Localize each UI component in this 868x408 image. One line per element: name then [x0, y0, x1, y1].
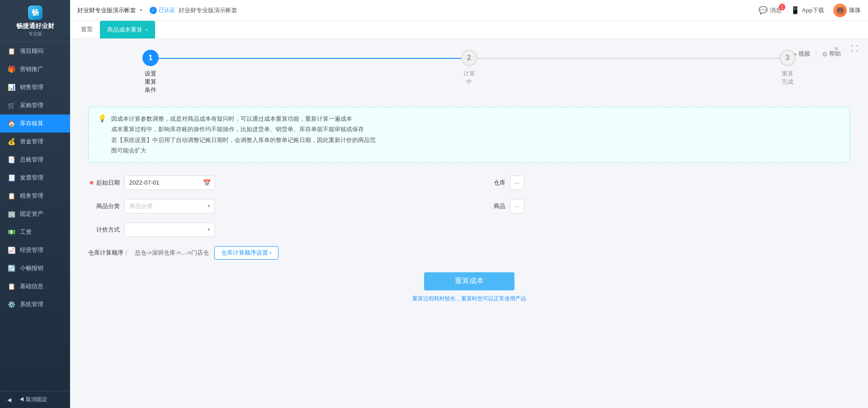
step-connector-2: [477, 58, 780, 59]
sidebar-item-purchase[interactable]: 🛒 采购管理: [0, 96, 70, 114]
marketing-icon: 🎁: [7, 65, 15, 73]
sidebar-item-label: 营销推广: [20, 65, 43, 73]
verified-badge: ✓ 已认证: [150, 6, 175, 14]
verified-label: 已认证: [159, 6, 175, 14]
sidebar-item-invoice[interactable]: 🧾 发票管理: [0, 169, 70, 187]
account-full-name: 好业财专业版演示帐套: [179, 6, 237, 14]
pricing-select-wrapper: ▾: [124, 223, 215, 237]
tab-recalc[interactable]: 商品成本重算 ×: [100, 21, 155, 38]
step-3-circle: 3: [779, 50, 796, 66]
sidebar-logo: 畅 畅捷通好业财 专业版: [0, 0, 70, 42]
sidebar-item-label: 总账管理: [20, 156, 43, 164]
info-text: 因成本计算参数调整，或是对商品成本有疑问时，可以通过成本重算功能，重新计算一遍成…: [111, 114, 376, 156]
sidebar-item-assets[interactable]: 🏢 固定资产: [0, 205, 70, 223]
sidebar-item-label: 小畅报销: [20, 264, 43, 272]
user-profile[interactable]: 🐻 珠珠: [833, 4, 861, 17]
product-select-button[interactable]: ···: [510, 199, 524, 213]
step-1-label: 设置重算条件: [142, 70, 159, 94]
warehouse-order-btn-label: 仓库计算顺序设置 ›: [221, 249, 272, 257]
form: ★ 起始日期 2022-07-01 📅 仓库 ···: [88, 176, 850, 260]
recalc-button[interactable]: 重算成本: [424, 272, 514, 290]
step-1: 1 设置重算条件: [142, 50, 159, 94]
sidebar-item-label: 资金管理: [20, 138, 43, 146]
sidebar-item-label: 采购管理: [20, 101, 43, 109]
date-value: 2022-07-01: [129, 179, 160, 186]
unpin-icon: ◀: [7, 397, 15, 403]
sidebar-item-marketing[interactable]: 🎁 营销推广: [0, 60, 70, 78]
step-2: 2 计算中: [461, 50, 477, 86]
recalc-tip: 重算过程耗时较长，重算时您可以正常使用产品: [412, 295, 526, 303]
warehouse-order-settings-button[interactable]: 仓库计算顺序设置 ›: [214, 246, 278, 260]
form-group-pricing: 计价方式 ▾: [88, 223, 850, 237]
calendar-icon[interactable]: 📅: [203, 179, 211, 186]
assets-icon: 🏢: [7, 210, 15, 218]
tab-bar: 首页 商品成本重算 ×: [70, 21, 868, 39]
sidebar-item-project[interactable]: 📋 项目顾问: [0, 42, 70, 60]
form-row-1: ★ 起始日期 2022-07-01 📅 仓库 ···: [88, 176, 850, 190]
sidebar-item-label: 库存核算: [20, 119, 43, 128]
sidebar-item-basic[interactable]: 📋 基础信息: [0, 277, 70, 295]
sidebar-item-label: 系统管理: [20, 300, 43, 308]
tab-home[interactable]: 首页: [74, 21, 100, 38]
chevron-down-icon: ▾: [140, 7, 142, 13]
required-star: ★: [89, 179, 96, 186]
sidebar-item-sales[interactable]: 📊 销售管理: [0, 78, 70, 96]
tax-icon: 📋: [7, 192, 15, 200]
logo-subtitle: 专业版: [28, 31, 42, 37]
app-download-button[interactable]: 📱 App下载: [791, 6, 824, 14]
logo-icon: 畅: [28, 5, 42, 20]
step-1-circle: 1: [142, 50, 159, 66]
info-line-2: 成本重算过程中，影响库存账的操作均不能操作，比如进货单、销货单、库存单据不能审核…: [111, 124, 376, 134]
sidebar-item-inventory[interactable]: 🏠 库存核算: [0, 114, 70, 133]
accounting-icon: 📑: [7, 156, 15, 164]
info-line-1: 因成本计算参数调整，或是对商品成本有疑问时，可以通过成本重算功能，重新计算一遍成…: [111, 114, 376, 124]
main-area: 好业财专业版演示帐套 ▾ ✓ 已认证 好业财专业版演示帐套 💬 消息 1 📱 A…: [70, 0, 868, 408]
sidebar-item-salary[interactable]: 💵 工资: [0, 223, 70, 241]
sidebar-item-expense[interactable]: 🔄 小畅报销: [0, 259, 70, 277]
sidebar-item-label: 工资: [20, 228, 32, 236]
sidebar: 畅 畅捷通好业财 专业版 📋 项目顾问 🎁 营销推广 📊 销售管理 🛒 采购管理…: [0, 0, 70, 408]
logo-title: 畅捷通好业财: [16, 22, 54, 31]
warehouse-order-prefix: 仓库计算顺序：: [88, 249, 129, 257]
category-select-wrapper: 商品分类 ▾: [124, 199, 215, 213]
sidebar-item-accounting[interactable]: 📑 总账管理: [0, 151, 70, 169]
form-group-category: 商品分类 商品分类 ▾: [88, 199, 451, 213]
salary-icon: 💵: [7, 228, 15, 236]
expand-button[interactable]: ⛶: [848, 43, 861, 55]
sidebar-item-label: 固定资产: [20, 210, 43, 218]
warehouse-order-value: 总仓->深圳仓库->...->门店仓: [135, 249, 209, 257]
category-label: 商品分类: [88, 202, 120, 210]
step-connector-1: [159, 58, 461, 59]
warehouse-select-button[interactable]: ···: [510, 176, 524, 190]
form-group-product: 商品 ···: [487, 199, 850, 213]
operation-icon: 📈: [7, 246, 15, 254]
pricing-select[interactable]: [124, 223, 215, 237]
sidebar-item-tax[interactable]: 📋 税务管理: [0, 187, 70, 205]
sidebar-item-system[interactable]: ⚙️ 系统管理: [0, 295, 70, 313]
inventory-icon: 🏠: [7, 119, 15, 128]
step-2-label: 计算中: [461, 70, 477, 86]
sidebar-item-label: 税务管理: [20, 192, 43, 200]
basic-icon: 📋: [7, 282, 15, 290]
sidebar-item-operation[interactable]: 📈 经营管理: [0, 241, 70, 259]
account-selector[interactable]: 好业财专业版演示帐套 ▾: [77, 6, 142, 14]
message-badge: 1: [779, 4, 785, 10]
tab-home-label: 首页: [81, 25, 93, 33]
project-icon: 📋: [7, 47, 15, 55]
unpin-label: ◀ 取消固定: [19, 396, 47, 403]
tab-close-icon[interactable]: ×: [145, 27, 148, 33]
info-line-3: 若【系统设置】中启用了自动调整记账日期时，会调整入库单的整单记账日期，因此重新计…: [111, 135, 376, 145]
header: 好业财专业版演示帐套 ▾ ✓ 已认证 好业财专业版演示帐套 💬 消息 1 📱 A…: [70, 0, 868, 21]
date-input-wrapper: 2022-07-01 📅: [124, 176, 215, 190]
sidebar-unpin[interactable]: ◀ ◀ 取消固定: [0, 391, 70, 408]
sidebar-item-finance[interactable]: 💰 资金管理: [0, 133, 70, 151]
finance-icon: 💰: [7, 138, 15, 146]
header-right: 💬 消息 1 📱 App下载 🐻 珠珠: [759, 4, 861, 17]
category-select[interactable]: 商品分类: [124, 199, 215, 213]
message-button[interactable]: 💬 消息 1: [759, 6, 782, 14]
expense-icon: 🔄: [7, 264, 15, 272]
date-input[interactable]: 2022-07-01 📅: [124, 176, 215, 190]
form-row-3: 计价方式 ▾: [88, 223, 850, 237]
user-name: 珠珠: [849, 6, 861, 14]
step-2-circle: 2: [461, 50, 477, 66]
